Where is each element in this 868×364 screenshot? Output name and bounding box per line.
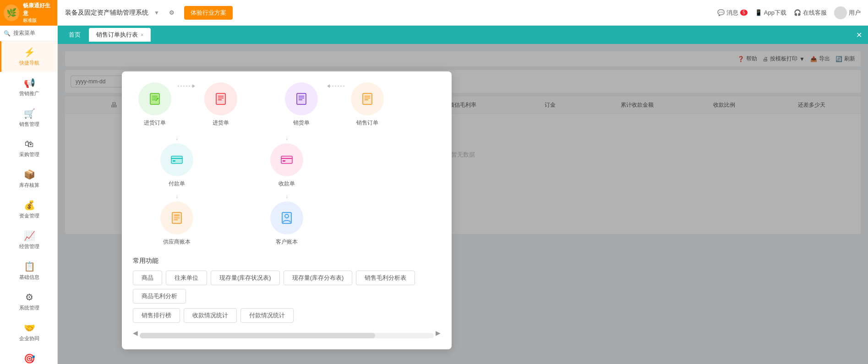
purchase-icon: 🛍 — [25, 139, 34, 149]
settings-icon[interactable]: ⚙ — [165, 6, 179, 20]
sales-label: 销货单 — [293, 119, 310, 127]
service-icon: 🎧 — [794, 9, 801, 16]
sidebar-item-operations[interactable]: 📈 经营管理 — [0, 225, 57, 255]
scroll-left-arrow[interactable]: ◀ — [133, 329, 138, 337]
supplier-ledger-label: 供应商账本 — [163, 238, 191, 246]
sidebar-item-system[interactable]: ⚙ 系统管理 — [0, 286, 57, 317]
svg-rect-23 — [281, 156, 292, 163]
arrow-1 — [177, 82, 199, 104]
flow-node-purchase-order[interactable]: 进货订单 — [138, 82, 171, 127]
receipt-col: ↓ 收款单 — [265, 135, 309, 188]
tabbar-close-btn[interactable]: ✕ — [853, 29, 864, 40]
flow-node-supplier-ledger[interactable]: 供应商账本 — [160, 201, 193, 246]
system-dropdown[interactable]: ▼ — [154, 10, 159, 16]
flow-node-purchase[interactable]: 进货单 — [204, 82, 237, 127]
common-btn-receipt-stat[interactable]: 收款情况统计 — [184, 308, 237, 323]
guide-icon: 🎯 — [24, 353, 35, 364]
purchase-label: 进货单 — [213, 119, 229, 127]
sidebar-item-collab[interactable]: 🤝 企业协同 — [0, 317, 57, 348]
common-btn-goods[interactable]: 商品 — [133, 271, 162, 285]
down-arrow-customer: ↓ — [285, 193, 288, 200]
basic-info-icon: 📋 — [24, 261, 35, 272]
common-buttons-row2: 销售排行榜 收款情况统计 付款情况统计 — [133, 308, 441, 323]
purchase-order-label: 进货订单 — [144, 119, 166, 127]
customer-ledger-label: 客户账本 — [276, 238, 298, 246]
sidebar-item-inventory[interactable]: 📦 库存核算 — [0, 163, 57, 194]
sidebar-item-sales[interactable]: 🛒 销售管理 — [0, 103, 57, 133]
workflow-row2: ↓ 付款单 ↓ — [155, 135, 441, 188]
tab-close-icon[interactable]: × — [141, 32, 143, 38]
operations-icon: 📈 — [24, 230, 35, 241]
user-avatar[interactable]: 用户 — [834, 6, 861, 19]
tab-home-label: 首页 — [69, 31, 81, 39]
svg-marker-5 — [192, 84, 195, 88]
collab-icon: 🤝 — [24, 322, 35, 333]
svg-rect-10 — [297, 93, 306, 104]
common-buttons-row1: 商品 往来单位 现存量(库存状况表) 现存量(库存分布表) 销售毛利分析表 商品… — [133, 271, 441, 304]
common-btn-payment-stat[interactable]: 付款情况统计 — [240, 308, 294, 323]
app-download-btn[interactable]: 📱 App下载 — [755, 9, 786, 17]
avatar-img — [834, 6, 847, 19]
sidebar-item-guide[interactable]: 🎯 新手引导 — [0, 348, 57, 364]
common-btn-stock-status[interactable]: 现存量(库存状况表) — [211, 271, 280, 285]
flow-node-customer-ledger[interactable]: 客户账本 — [270, 201, 303, 246]
message-btn[interactable]: 💬 消息 5 — [717, 9, 748, 17]
common-btn-sales-rank[interactable]: 销售排行榜 — [133, 308, 180, 323]
search-menu[interactable]: 🔍 搜索菜单 — [0, 26, 57, 41]
download-icon: 📱 — [755, 9, 762, 16]
sidebar-item-marketing[interactable]: 📢 营销推广 — [0, 72, 57, 103]
sidebar-item-finance[interactable]: 💰 资金管理 — [0, 194, 57, 225]
experience-btn[interactable]: 体验行业方案 — [184, 6, 233, 20]
payment-label: 付款单 — [169, 180, 185, 188]
logo-icon: 🌿 — [4, 5, 19, 21]
common-btn-contacts[interactable]: 往来单位 — [166, 271, 207, 285]
inventory-icon: 📦 — [24, 169, 35, 180]
common-btn-stock-dist[interactable]: 现存量(库存分布表) — [284, 271, 353, 285]
down-arrow-payment: ↓ — [175, 135, 178, 141]
purchase-order-icon — [138, 82, 171, 115]
flow-node-receipt[interactable]: 收款单 — [270, 143, 303, 188]
common-section: 常用功能 商品 往来单位 现存量(库存状况表) 现存量(库存分布表) 销售毛利分… — [133, 257, 441, 323]
message-label: 消息 — [726, 9, 738, 17]
sidebar-item-quick-nav[interactable]: ⚡ 快捷导航 — [0, 41, 57, 72]
logo-sub: 标准版 — [23, 17, 54, 24]
tab-sales-order[interactable]: 销售订单执行表 × — [89, 28, 151, 42]
sidebar-item-basic-info[interactable]: 📋 基础信息 — [0, 255, 57, 286]
modal-scrollbar[interactable] — [140, 333, 434, 338]
arrow-2 — [323, 82, 345, 104]
sales-icon — [285, 82, 318, 115]
flow-node-sales-order[interactable]: 销售订单 — [351, 82, 384, 127]
user-label: 用户 — [849, 9, 861, 17]
sidebar: 🌿 畅康通好生意 标准版 🔍 搜索菜单 ⚡ 快捷导航 📢 营销推广 🛒 销售管理 — [0, 0, 58, 364]
common-title: 常用功能 — [133, 257, 441, 265]
scroll-right-arrow[interactable]: ▶ — [436, 329, 441, 337]
sidebar-item-purchase[interactable]: 🛍 采购管理 — [0, 133, 57, 163]
flow-node-sales[interactable]: 销货单 — [285, 82, 318, 127]
flow-node-payment[interactable]: 付款单 — [160, 143, 193, 188]
content-area: ❓ 帮助 🖨 按模板打印 ▼ 📤 导出 🔄 — [58, 44, 868, 364]
online-service-btn[interactable]: 🎧 在线客服 — [794, 9, 827, 17]
purchase-icon — [204, 82, 237, 115]
logo-text: 畅康通好生意 — [23, 2, 54, 17]
down-arrow-receipt: ↓ — [285, 135, 288, 141]
workflow-row3: ↓ 供应商账本 ↓ — [155, 193, 441, 246]
svg-rect-22 — [173, 160, 175, 162]
modal-scroll-row: ◀ ▶ — [133, 327, 441, 338]
search-icon: 🔍 — [4, 30, 11, 37]
finance-icon: 💰 — [24, 200, 35, 211]
tab-home[interactable]: 首页 — [61, 28, 88, 42]
topbar: 装备及固定资产辅助管理系统 ▼ ⚙ 体验行业方案 💬 消息 5 📱 App下载 … — [58, 0, 868, 26]
svg-rect-27 — [174, 214, 180, 217]
common-btn-goods-margin[interactable]: 商品毛利分析 — [133, 289, 186, 304]
customer-col: ↓ 客户账本 — [265, 193, 309, 246]
main-content: 装备及固定资产辅助管理系统 ▼ ⚙ 体验行业方案 💬 消息 5 📱 App下载 … — [58, 0, 868, 364]
message-icon: 💬 — [717, 9, 725, 16]
message-badge: 5 — [740, 10, 748, 16]
app-download-label: App下载 — [764, 9, 786, 17]
payment-icon — [160, 143, 193, 176]
sales-order-icon — [351, 82, 384, 115]
common-btn-sales-analysis[interactable]: 销售毛利分析表 — [356, 271, 415, 285]
svg-rect-20 — [171, 156, 182, 163]
payment-col: ↓ 付款单 — [155, 135, 199, 188]
svg-rect-16 — [363, 93, 372, 104]
